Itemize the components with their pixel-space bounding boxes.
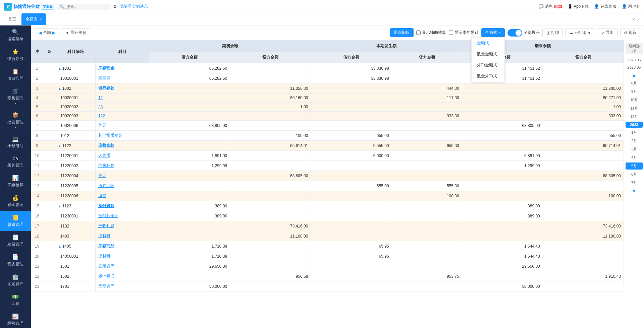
breadcrumb-back-icon[interactable]: ◀ <box>39 30 42 35</box>
window-max-btn[interactable]: ⤢ <box>637 17 640 22</box>
toggle-switch-btn[interactable] <box>507 29 522 37</box>
sidebar-item-assets[interactable]: 🏢 固定资产 <box>0 270 31 290</box>
table-cell-code[interactable]: 1403 <box>55 231 96 241</box>
table-cell-gear[interactable] <box>43 73 55 83</box>
print-btn[interactable]: 🖨 打印 <box>542 28 563 37</box>
sidebar-item-ecommerce[interactable]: 💻 小畅电商 <box>0 132 31 152</box>
sidebar-item-purchase[interactable]: 🛍 采购管理 <box>0 152 31 172</box>
expand-more-btn[interactable]: ▼ 展开更多 <box>62 28 90 37</box>
export-btn[interactable]: ↗ 导出 <box>598 28 618 37</box>
table-cell-code[interactable]: 11220006 <box>55 191 96 201</box>
table-cell-name[interactable]: 原材料 <box>96 251 149 261</box>
table-cell-code[interactable]: 1601 <box>55 261 96 271</box>
table-cell-gear[interactable] <box>43 171 55 181</box>
period-2023[interactable]: 2023 <box>626 122 643 128</box>
table-cell-code[interactable]: ▲ 1122 <box>55 141 96 151</box>
table-cell-name[interactable]: 库存商品 <box>96 241 149 251</box>
table-cell-name[interactable]: 回回回 <box>96 73 149 83</box>
format-dropdown[interactable]: 金额式 ∧ 金额式 数量金额式 外币金额式 数量外币式 <box>481 28 505 37</box>
table-cell-gear[interactable] <box>43 271 55 281</box>
sidebar-item-wholesale[interactable]: 📦 批发管理 ▼ <box>0 109 31 132</box>
refresh-btn[interactable]: ↺ 刷新 <box>620 28 640 37</box>
sidebar-item-salary[interactable]: 💵 工资 <box>0 290 31 310</box>
sidebar-item-invoice[interactable]: 🧾 发票管理 <box>0 231 31 251</box>
period-1[interactable]: 1月 <box>626 129 643 136</box>
col-header-gear[interactable]: ⚙ <box>43 41 55 63</box>
sidebar-item-nav[interactable]: ⭐ 快捷导航 <box>0 45 31 65</box>
settings-icon[interactable]: ⚙ <box>113 4 117 9</box>
sidebar-item-tax[interactable]: 📑 税务管理 <box>0 251 31 270</box>
table-cell-gear[interactable] <box>43 121 55 131</box>
table-cell-code[interactable]: 11220005 <box>55 181 96 191</box>
table-cell-gear[interactable] <box>43 93 55 103</box>
format-option-foreign-amount[interactable]: 外币金额式 <box>472 60 504 71</box>
table-cell-name[interactable]: 库存现金 <box>96 63 149 73</box>
table-cell-gear[interactable] <box>43 281 55 291</box>
period-6[interactable]: 6月 <box>626 171 643 178</box>
table-cell-code[interactable]: 10020002 <box>55 103 96 112</box>
tab-home[interactable]: 首页 <box>4 13 20 25</box>
table-cell-name[interactable]: 应收利息 <box>96 221 149 231</box>
table-cell-gear[interactable] <box>43 151 55 161</box>
table-cell-code[interactable]: 14050001 <box>55 251 96 261</box>
table-cell-code[interactable]: 10020001 <box>55 93 96 103</box>
period-nav-down[interactable]: ▼ <box>631 188 637 194</box>
ytd-checkbox-input[interactable] <box>449 30 453 35</box>
table-cell-name[interactable]: 无形资产 <box>96 281 149 291</box>
period-year-end[interactable]: 2023.05 <box>626 64 643 70</box>
table-cell-name[interactable]: 往来标签 <box>96 161 149 171</box>
table-cell-name[interactable]: 122 <box>96 112 149 121</box>
table-cell-name[interactable]: 应收账款 <box>96 141 149 151</box>
sidebar-item-fund[interactable]: 💰 资金管理 <box>0 191 31 211</box>
format-btn[interactable]: 金额式 ∧ <box>481 28 505 37</box>
user-btn[interactable]: 👤 用户名 <box>622 4 640 9</box>
table-cell-name[interactable]: 所在地区 <box>96 181 149 191</box>
sidebar-item-search[interactable]: 🔍 搜索菜单 <box>0 25 31 45</box>
return-old-btn[interactable]: 退回旧版 <box>390 28 414 37</box>
table-cell-code[interactable]: 11220004 <box>55 171 96 181</box>
sidebar-item-inventory[interactable]: 📊 库存核算 <box>0 172 31 191</box>
table-cell-name[interactable]: 银行存款 <box>96 83 149 93</box>
breadcrumb-forward-icon[interactable]: ▶ <box>52 30 55 35</box>
table-cell-code[interactable]: 1602 <box>55 271 96 281</box>
period-5[interactable]: 5月 <box>626 162 643 170</box>
table-cell-gear[interactable] <box>43 231 55 241</box>
demo-link[interactable]: 我要看实例演示 <box>120 4 148 9</box>
table-cell-gear[interactable] <box>43 261 55 271</box>
format-option-qty-foreign[interactable]: 数量外币式 <box>472 71 504 82</box>
show-auxiliary-checkbox[interactable]: 显示辅助核算 <box>416 30 446 36</box>
search-input[interactable] <box>66 4 100 9</box>
table-cell-name[interactable]: 23 <box>96 103 149 112</box>
window-close-btn[interactable]: ✕ <box>632 17 635 22</box>
table-cell-gear[interactable] <box>43 83 55 93</box>
table-cell-name[interactable]: 原材料 <box>96 231 149 241</box>
sidebar-item-retail[interactable]: 🛒 零售管理 ▼ <box>0 85 31 109</box>
format-option-amount[interactable]: 金额式 <box>472 38 504 49</box>
tab-balance-sheet[interactable]: 余额表 × <box>21 13 46 25</box>
auxiliary-checkbox-input[interactable] <box>416 30 421 35</box>
period-11[interactable]: 11月 <box>626 105 643 112</box>
table-cell-gear[interactable] <box>43 251 55 261</box>
period-7[interactable]: 7月 <box>626 179 643 186</box>
table-cell-code[interactable]: ▲ 1001 <box>55 63 96 73</box>
table-cell-code[interactable]: 1012 <box>55 131 96 141</box>
table-cell-gear[interactable] <box>43 221 55 231</box>
message-btn[interactable]: 💬 消息 99+ <box>539 4 562 9</box>
sidebar-item-contract[interactable]: 📋 项目合同 <box>0 65 31 85</box>
format-option-qty-amount[interactable]: 数量金额式 <box>472 49 504 60</box>
table-cell-code[interactable]: 10020003 <box>55 112 96 121</box>
table-cell-gear[interactable] <box>43 112 55 121</box>
cloud-print-btn[interactable]: ☁ 云打印 ▼ <box>566 28 595 37</box>
download-btn[interactable]: 📱 App下载 <box>568 4 589 9</box>
table-cell-code[interactable]: 11230001 <box>55 211 96 221</box>
table-cell-name[interactable]: 固定资产 <box>96 261 149 271</box>
table-cell-code[interactable]: 1132 <box>55 221 96 231</box>
period-8[interactable]: 8月 <box>626 80 643 87</box>
table-cell-name[interactable]: 美元 <box>96 121 149 131</box>
table-cell-gear[interactable] <box>43 241 55 251</box>
tab-close-icon[interactable]: × <box>40 17 42 22</box>
table-cell-name[interactable]: 其他货币资金 <box>96 131 149 141</box>
expand-all-toggle[interactable]: 全部展开 <box>507 29 540 37</box>
table-cell-code[interactable]: 1701 <box>55 281 96 291</box>
sidebar-item-ops[interactable]: 📈 经营管理 <box>0 310 31 328</box>
